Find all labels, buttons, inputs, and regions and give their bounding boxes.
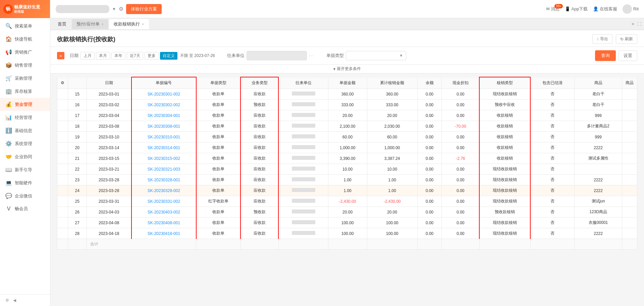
td-cashdiscount: 0.00 (442, 218, 479, 228)
tab-close-pre-payment[interactable]: × (102, 22, 104, 26)
sidebar-item-purchase[interactable]: 🛒 采购管理 (0, 72, 50, 85)
doc-link[interactable]: SK-20230408-001 (148, 221, 180, 225)
td-docamount: 333.00 (328, 100, 367, 110)
query-button[interactable]: 查询 (595, 50, 616, 61)
td-partner (278, 153, 328, 164)
table-row: 26 2023-04-03 SK-20230403-002 收款单 预收款 20… (57, 207, 637, 218)
td-docno: SK-20230321-003 (131, 164, 196, 175)
td-balance: 0.00 (417, 164, 442, 175)
tabbar: 首页 预付/应付单 × 收款核销执行 × ✕ ⛶ (50, 18, 644, 30)
td-product2 (622, 110, 637, 121)
sidebar-item-search[interactable]: 🔍 搜索菜单 (0, 19, 50, 33)
solution-button[interactable]: 体验行业方案 (126, 4, 162, 14)
td-date: 2023-03-28 (87, 185, 131, 196)
doc-link[interactable]: SK-20230302-002 (148, 103, 180, 107)
tab-home[interactable]: 首页 (53, 19, 71, 29)
td-date: 2023-03-10 (87, 132, 131, 142)
sidebar-item-guide[interactable]: 📖 新手引导 (0, 163, 50, 176)
td-date: 2023-03-01 (87, 89, 131, 100)
table-row: 19 2023-03-10 SK-20230310-001 收款单 应收款 60… (57, 132, 637, 142)
sidebar-item-inventory[interactable]: 🏢 库存核算 (0, 85, 50, 98)
td-verifytype: 收款核销 (479, 121, 530, 132)
tab-receipt-verify[interactable]: 收款核销执行 × (109, 19, 149, 29)
td-product (575, 164, 622, 175)
sidebar-item-corp[interactable]: 🤝 企业协同 (0, 150, 50, 163)
doc-link[interactable]: SK-20230331-002 (148, 199, 180, 204)
td-biztype: 应收款 (240, 228, 278, 239)
td-balance: 0.00 (417, 121, 442, 132)
sidebar-item-member[interactable]: V 畅会员 (0, 202, 50, 215)
td-cashdiscount: 0.00 (442, 185, 479, 196)
notification-area[interactable]: ✉ 消息 99+ (546, 6, 560, 12)
settings-button[interactable]: 设置 (619, 50, 637, 61)
partner-input[interactable] (247, 51, 307, 60)
td-balance: 0.00 (417, 132, 442, 142)
td-rownum: 20 (68, 142, 87, 153)
td-docno: SK-20230304-001 (131, 110, 196, 121)
collapse-icon[interactable]: ◀ (13, 298, 16, 303)
td-cashdiscount: -2.76 (442, 153, 479, 164)
export-button[interactable]: ↑ 导出 (592, 34, 612, 44)
hardware-icon: 💻 (5, 180, 12, 186)
doc-link[interactable]: SK-20230301-002 (148, 92, 180, 97)
tab-close-all-icon[interactable]: ✕ (631, 22, 635, 26)
sidebar-item-finance[interactable]: 💰 资金管理 (0, 98, 50, 111)
last-7days-btn[interactable]: 近7天 (127, 52, 143, 60)
filter-toggle-button[interactable]: » (57, 52, 64, 59)
doc-link[interactable]: SK-20230403-002 (148, 210, 180, 215)
sidebar-item-system[interactable]: ⚙️ 系统管理 (0, 137, 50, 150)
doctype-select[interactable]: ▼ (346, 51, 406, 60)
td-docamount: 1,000.00 (328, 142, 367, 153)
topbar-gear-icon[interactable]: ⚙ (119, 6, 123, 12)
app-download[interactable]: 📱 App下载 (565, 6, 588, 12)
doc-link[interactable]: SK-20230418-001 (148, 231, 180, 236)
this-year-btn[interactable]: 本年 (111, 52, 125, 60)
doc-link[interactable]: SK-20230321-003 (148, 167, 180, 172)
td-rownum: 25 (68, 196, 87, 207)
th-partner: 往来单位 (278, 77, 328, 89)
td-inclsettled: 否 (530, 132, 575, 142)
more-date-btn[interactable]: 更多 (145, 52, 159, 60)
doc-link[interactable]: SK-20230315-002 (148, 156, 180, 161)
expand-more-button[interactable]: ▾ 展开更多条件 (333, 66, 361, 72)
table-row: 21 2023-03-15 SK-20230315-002 收款单 应收款 3,… (57, 153, 637, 164)
td-doctype: 收款单 (196, 185, 240, 196)
td-verifytype: 现结收款核销 (479, 218, 530, 228)
user-info[interactable]: Rit (623, 4, 639, 14)
refresh-button[interactable]: ↻ 刷新 (616, 34, 637, 44)
date-filter-group: 日期 上月 本月 本年 近7天 更多 自定义 (70, 52, 177, 60)
sidebar-item-basic[interactable]: ℹ️ 基础信息 (0, 124, 50, 137)
settings-footer-icon[interactable]: ⚙ (5, 298, 9, 303)
this-month-btn[interactable]: 本月 (96, 52, 110, 60)
tab-pre-payment[interactable]: 预付/应付单 × (72, 19, 108, 29)
online-service[interactable]: 👤 在线客服 (593, 6, 617, 12)
custom-date-btn[interactable]: 自定义 (160, 52, 177, 60)
doctype-filter-group: 单据类型 ▼ (326, 51, 406, 60)
sidebar-item-hardware[interactable]: 💻 智能硬件 (0, 176, 50, 189)
last-month-btn[interactable]: 上月 (80, 52, 95, 60)
doc-link[interactable]: SK-20230314-001 (148, 145, 180, 150)
page-header: 收款核销执行(按收款) ↑ 导出 ↻ 刷新 (50, 30, 644, 47)
sidebar-item-wechat[interactable]: 💬 企业微信 (0, 189, 50, 202)
sidebar-item-operations[interactable]: 📊 经营管理 (0, 111, 50, 124)
th-settings[interactable]: ⚙ (57, 77, 68, 89)
td-docamount: 20.00 (328, 110, 367, 121)
tab-close-receipt-verify[interactable]: × (142, 22, 144, 26)
td-product2 (622, 207, 637, 218)
topbar-dropdown-icon[interactable]: ▼ (112, 7, 116, 11)
doc-link[interactable]: SK-20230304-001 (148, 113, 180, 118)
table-row: 25 2023-03-31 SK-20230331-002 红字收款单 应收款 … (57, 196, 637, 207)
td-cashdiscount: 0.00 (442, 175, 479, 185)
doc-link[interactable]: SK-20230328-002 (148, 188, 180, 193)
doc-link[interactable]: SK-20230328-001 (148, 178, 180, 182)
doc-link[interactable]: SK-20230308-001 (148, 124, 180, 129)
tab-maximize-icon[interactable]: ⛶ (637, 22, 641, 26)
td-doctype: 收款单 (196, 153, 240, 164)
sidebar-item-quicknav[interactable]: 🏠 快捷导航 (0, 33, 50, 46)
td-partner (278, 175, 328, 185)
sidebar-item-marketing[interactable]: 📢 营销推广 (0, 46, 50, 59)
data-table: ⚙ 日期 单据编号 单据类型 业务类型 往来单位 单据金额 累计核销金额 余额 … (57, 77, 637, 250)
td-accumverify: -2,430.00 (367, 196, 417, 207)
doc-link[interactable]: SK-20230310-001 (148, 135, 180, 139)
sidebar-item-sales[interactable]: 📦 销售管理 (0, 59, 50, 72)
